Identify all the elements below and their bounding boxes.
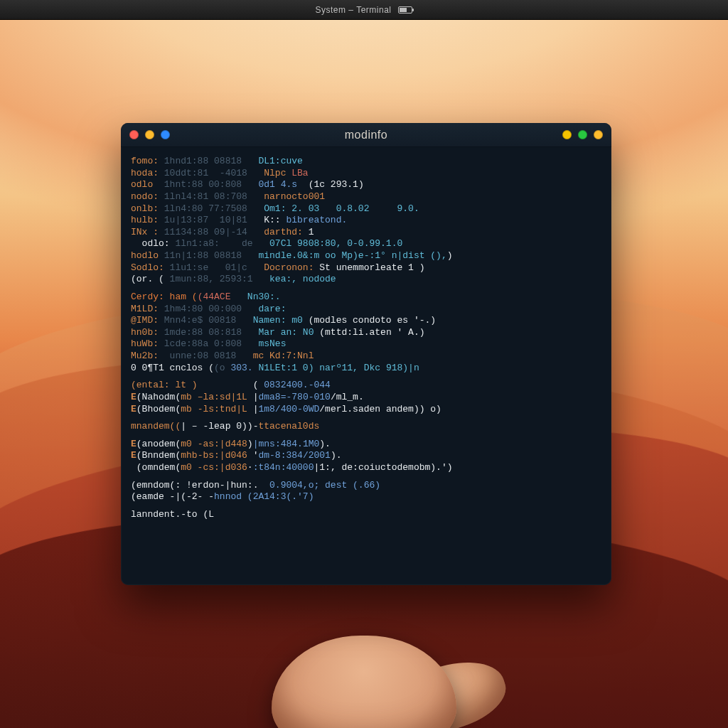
window-controls-right [562,130,603,139]
terminal-line: E(anodem(m0 -as:|d448)|mns:484.1M0). [131,439,601,451]
terminal-line: Mu2b: unne:08 0818 mc Kd:7:Nnl [131,350,601,363]
terminal-line: 0 0¶T1 cnclos ((o 303. N1LEt:1 0) narº11… [131,363,601,375]
terminal-line: onlb: 1ln4:80 77:7508 Om1: 2. 03 0.8.02 … [131,203,601,215]
terminal-line: nodo: 1lnl4:81 08:708 narnocto001 [131,191,601,203]
terminal-line: (eamde -|(-2- -hnnod (2A14:3(.'7) [131,491,601,503]
system-menu-bar: System – Terminal [0,0,728,20]
terminal-line: M1LD: 1hm4:80 00:000 dare: [131,304,601,316]
terminal-line: hodlo 11n|1:88 08818 mindle.0&:m oo Mp)e… [131,250,601,262]
terminal-line: INx : 11134:88 09|-14 darthd: 1 [131,227,601,239]
terminal-titlebar[interactable]: modinfo [121,123,611,147]
terminal-line: hoda: 10ddt:81 -4018 Nlpc LBa [131,168,601,180]
terminal-line: Cerdy: ham ((44ACE Nn30:. [131,291,601,304]
terminal-line: (ental: lt ) ( 0832400.-044 [131,380,601,392]
terminal-line: (or. ( 1mun:88, 2593:1 kea:, nodode [131,274,601,286]
terminal-line: hulb: 1u|13:87 10|81 K:: bibreatond. [131,215,601,227]
terminal-line: @IMD: Mnn4:e$ 00818 Namen: m0 (modles co… [131,315,601,327]
minimize-icon[interactable] [145,130,154,139]
terminal-title: modinfo [121,129,611,141]
zoom-icon[interactable] [161,130,170,139]
battery-icon [398,6,412,14]
aux-dot-3-icon[interactable] [594,130,603,139]
terminal-line: mnandem((| – -leap 0))-ttacenal0ds [131,421,601,433]
system-title: System – Terminal [316,5,392,15]
aux-dot-2-icon[interactable] [578,130,587,139]
terminal-line: odlo 1hnt:88 00:808 0d1 4.s (1c 293.1) [131,179,601,191]
terminal-line: (omndem(m0 -cs:|d036·:t84n:40000|1:, de:… [131,462,601,474]
terminal-line: huWb: lcde:88a 0:808 msNes [131,338,601,350]
terminal-line: hn0b: 1mde:88 08:818 Mar an: N0 (mttd:li… [131,327,601,339]
aux-dot-1-icon[interactable] [562,130,572,139]
terminal-output[interactable]: fomo: 1hnd1:88 08818 DL1:cuvehoda: 10ddt… [121,147,611,531]
terminal-window[interactable]: modinfo fomo: 1hnd1:88 08818 DL1:cuvehod… [121,123,611,585]
terminal-line: odlo: 1ln1:a8: de 07Cl 9808:80, 0-0.99.1… [131,238,601,250]
terminal-line: E(Bnndem(mhb-bs:|d046 'dm-8:384/2001). [131,450,601,462]
terminal-line: fomo: 1hnd1:88 08818 DL1:cuve [131,156,601,168]
window-controls-left [129,130,170,139]
close-icon[interactable] [129,130,139,139]
terminal-line: lanndent.-to (L [131,509,601,521]
desktop-wallpaper: modinfo fomo: 1hnd1:88 08818 DL1:cuvehod… [0,20,728,728]
terminal-line: Sodlo: 1lu1:se 01|c Docronon: St unemmor… [131,262,601,274]
terminal-line: E(Nahodm(mb –la:sd|1L |dma8=-780-010/ml_… [131,392,601,404]
terminal-line: E(Bhodem(mb -ls:tnd|L |1m8/400-0WD/merl.… [131,404,601,416]
terminal-line: (emndom(: !erdon-|hun:. 0.9004,o; dest (… [131,480,601,492]
